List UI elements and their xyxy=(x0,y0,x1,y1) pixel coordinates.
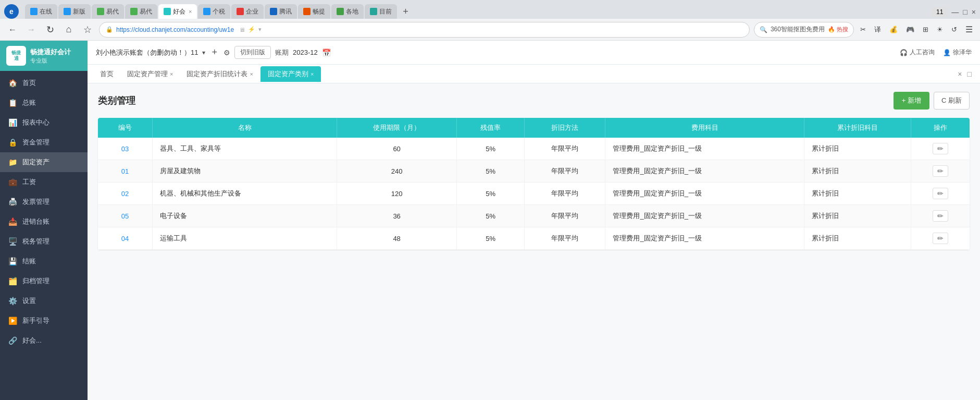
user-profile[interactable]: 👤 徐泽华 xyxy=(943,48,972,57)
col-header-expense: 费用科目 xyxy=(605,118,804,138)
settings-gear-icon[interactable]: ⚙ xyxy=(224,49,230,57)
home-button[interactable]: ⌂ xyxy=(61,22,76,37)
window-close[interactable]: × xyxy=(972,8,976,16)
period-value: 2023-12 xyxy=(293,49,318,56)
cell-code: 05 xyxy=(98,205,152,227)
sidebar-item-reports[interactable]: 📊 报表中心 xyxy=(0,113,88,132)
tab-depreciation[interactable]: 固定资产折旧统计表 × xyxy=(180,66,259,82)
cell-expense-account: 管理费用_固定资产折旧_一级 xyxy=(605,160,804,183)
add-button[interactable]: + 新增 xyxy=(894,92,929,110)
sidebar-item-fixed-assets[interactable]: 📁 固定资产 xyxy=(0,152,88,172)
sidebar-nav: 🏠 首页 📋 总账 📊 报表中心 🔒 资金管理 📁 固定资产 💼 工资 xyxy=(0,71,88,400)
cell-action: ✏ xyxy=(911,160,970,183)
edit-button[interactable]: ✏ xyxy=(933,143,948,154)
edit-button[interactable]: ✏ xyxy=(933,210,948,222)
new-tab-button[interactable]: + xyxy=(398,4,413,19)
tax-icon: 🖥️ xyxy=(8,237,17,246)
url-bar[interactable]: 🔒 https://cloud.chanjet.com/accounting/u… xyxy=(99,22,750,38)
sidebar-item-purchase-sale[interactable]: 📥 进销台账 xyxy=(0,212,88,232)
sidebar-item-guide[interactable]: ▶️ 新手引导 xyxy=(0,311,88,331)
browser-tab-gedi[interactable]: 各地 xyxy=(331,4,364,19)
consultant-button[interactable]: 🎧 人工咨询 xyxy=(900,48,935,57)
col-header-method: 折旧方法 xyxy=(525,118,605,138)
main-content: 类别管理 + 新增 C 刷新 编号 名称 使用期限（月） 残值率 xyxy=(88,83,980,400)
search-bar[interactable]: 🔍 360智能抠图免费用 🔥 热搜 xyxy=(754,22,854,38)
browser-tab-tengxun[interactable]: 腾讯 xyxy=(265,4,297,19)
sidebar-item-more[interactable]: 🔗 好会... xyxy=(0,331,88,350)
tab-category-close[interactable]: × xyxy=(311,71,314,77)
tab-depreciation-close[interactable]: × xyxy=(250,71,253,77)
tab-fixed-mgmt[interactable]: 固定资产管理 × xyxy=(121,66,179,82)
refresh-button-main[interactable]: C 刷新 xyxy=(934,92,970,110)
cell-residual-rate: 5% xyxy=(457,183,525,205)
tab-fixed-mgmt-close[interactable]: × xyxy=(170,71,173,77)
sidebar-item-settings[interactable]: ⚙️ 设置 xyxy=(0,291,88,311)
browser-tab-yidai2[interactable]: 易代 xyxy=(125,4,157,19)
browser-tab-muqian[interactable]: 目前 xyxy=(365,4,397,19)
fixed-assets-icon: 📁 xyxy=(8,158,17,166)
menu-button[interactable]: ☰ xyxy=(963,22,975,37)
sidebar-item-payroll[interactable]: 💼 工资 xyxy=(0,172,88,192)
edit-button[interactable]: ✏ xyxy=(933,165,948,177)
sidebar-item-archive[interactable]: 🗂️ 归档管理 xyxy=(0,271,88,291)
undo-icon[interactable]: ↺ xyxy=(949,23,959,35)
sidebar-item-funds[interactable]: 🔒 资金管理 xyxy=(0,132,88,152)
window-minimize[interactable]: — xyxy=(951,8,959,16)
add-account-button[interactable]: + xyxy=(209,47,219,58)
sidebar-item-tax[interactable]: 🖥️ 税务管理 xyxy=(0,232,88,251)
settings-icon: ⚙️ xyxy=(8,297,17,305)
cell-accumulated-account: 累计折旧 xyxy=(804,183,911,205)
browser-tab-qiye[interactable]: 企业 xyxy=(231,4,264,19)
edit-button[interactable]: ✏ xyxy=(933,233,948,244)
dropdown-icon[interactable]: ▾ xyxy=(202,49,205,56)
sidebar-item-invoice[interactable]: 🖨️ 发票管理 xyxy=(0,192,88,212)
headset-icon: 🎧 xyxy=(900,49,908,56)
tab-bar-maximize-icon[interactable]: □ xyxy=(965,68,974,80)
table-row: 02机器、机械和其他生产设备1205%年限平均管理费用_固定资产折旧_一级累计折… xyxy=(98,183,970,205)
forward-button[interactable]: → xyxy=(24,22,39,37)
browser-tab-yidai1[interactable]: 易代 xyxy=(92,4,124,19)
cell-code: 03 xyxy=(98,138,152,160)
calendar-icon[interactable]: 📅 xyxy=(322,49,331,57)
tab-home[interactable]: 首页 xyxy=(94,66,120,82)
brightness-icon[interactable]: ☀ xyxy=(935,23,945,35)
grid-icon[interactable]: ⊞ xyxy=(921,23,931,35)
sidebar-item-home[interactable]: 🏠 首页 xyxy=(0,73,88,93)
wallet-icon[interactable]: 💰 xyxy=(887,23,900,35)
switch-version-button[interactable]: 切到旧版 xyxy=(234,46,271,59)
edit-button[interactable]: ✏ xyxy=(933,188,948,199)
translate-icon[interactable]: 译 xyxy=(872,23,883,37)
cell-period: 240 xyxy=(337,160,457,183)
tab-bar-close-icon[interactable]: × xyxy=(956,68,964,80)
ledger-icon: 📋 xyxy=(8,99,17,107)
category-table: 编号 名称 使用期限（月） 残值率 折旧方法 费用科目 累计折旧科目 操作 03… xyxy=(98,118,970,250)
browser-tab-close[interactable]: × xyxy=(189,8,192,15)
window-maximize[interactable]: □ xyxy=(963,8,967,16)
funds-icon: 🔒 xyxy=(8,138,17,147)
home-icon: 🏠 xyxy=(8,79,17,87)
app-tab-bar: 首页 固定资产管理 × 固定资产折旧统计表 × 固定资产类别 × × □ xyxy=(88,65,980,83)
browser-tab-haohui[interactable]: 好会 × xyxy=(158,4,197,19)
star-button[interactable]: ☆ xyxy=(80,22,95,37)
back-button[interactable]: ← xyxy=(5,22,20,37)
sidebar-item-settlement[interactable]: 💾 结账 xyxy=(0,251,88,271)
cell-method: 年限平均 xyxy=(525,227,605,250)
cut-icon[interactable]: ✂ xyxy=(858,23,868,35)
browser-tab-zaixin[interactable]: 在线 xyxy=(25,4,57,19)
logo-title: 畅捷通好会计 xyxy=(30,47,71,57)
cell-expense-account: 管理费用_固定资产折旧_一级 xyxy=(605,227,804,250)
sidebar-logo: 畅捷通 畅捷通好会计 专业版 xyxy=(0,41,88,71)
game-icon[interactable]: 🎮 xyxy=(904,23,916,35)
cell-accumulated-account: 累计折旧 xyxy=(804,160,911,183)
cell-code: 01 xyxy=(98,160,152,183)
col-header-accumulated: 累计折旧科目 xyxy=(804,118,911,138)
tab-category[interactable]: 固定资产类别 × xyxy=(260,66,321,82)
table-row: 05电子设备365%年限平均管理费用_固定资产折旧_一级累计折旧✏ xyxy=(98,205,970,227)
sidebar-item-ledger[interactable]: 📋 总账 xyxy=(0,93,88,113)
url-text: https://cloud.chanjet.com/accounting/uw1… xyxy=(116,26,234,33)
browser-tab-gesui[interactable]: 个税 xyxy=(198,4,230,19)
refresh-button[interactable]: ↻ xyxy=(43,22,57,37)
browser-tab-changtui[interactable]: 畅提 xyxy=(298,4,330,19)
cell-expense-account: 管理费用_固定资产折旧_一级 xyxy=(605,205,804,227)
browser-tab-xinban[interactable]: 新版 xyxy=(58,4,91,19)
